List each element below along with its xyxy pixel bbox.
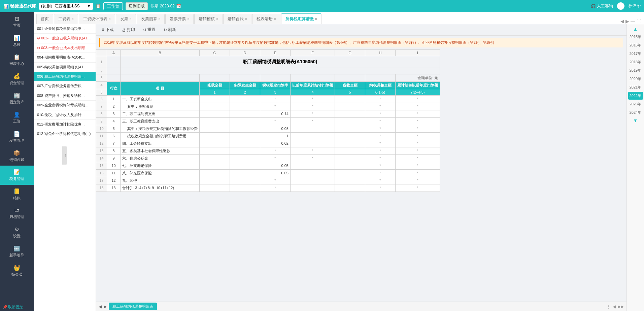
form-list-item-001[interactable]: 001-企业所得税年度纳税申... <box>34 24 96 34</box>
salary-icon: 👤 <box>13 111 20 118</box>
download-button[interactable]: ⬇ 下载 <box>99 26 116 33</box>
header-seq: 行次 <box>107 81 121 95</box>
tab-ledger-close[interactable]: × <box>245 17 247 21</box>
cancel-fixed-button[interactable]: 📌 取消固定 <box>0 303 34 311</box>
tab-home[interactable]: 首页 <box>36 14 53 24</box>
panel-collapse-btn[interactable]: 《 <box>62 146 67 165</box>
window-min-icon[interactable]: — <box>631 19 635 24</box>
guide-icon: 🆕 <box>13 245 20 252</box>
tab-next-icon[interactable]: ▶ <box>625 19 629 24</box>
tab-invoice-open-close[interactable]: × <box>187 17 189 21</box>
tab-tax-close[interactable]: × <box>274 17 276 21</box>
window-max-icon[interactable]: ⛶ <box>637 19 641 24</box>
print-icon: 🖨 <box>122 28 126 32</box>
tab-invoice-calc[interactable]: 发票测算 × <box>137 14 165 24</box>
sidebar-item-funds[interactable]: 💰 资金管理 <box>0 70 34 89</box>
form-list-item-002[interactable]: 002-一般企业收入明细表(A1... <box>34 34 96 43</box>
company-name: (勿删）江西睿宝-LSS <box>41 3 80 9</box>
scroll-left-icon[interactable]: ◀ <box>613 304 616 309</box>
tab-salary-close[interactable]: × <box>72 17 74 21</box>
tab-salary-report-close[interactable]: × <box>109 17 111 21</box>
tab-audit-close[interactable]: × <box>216 17 218 21</box>
tab-invoice-calc-close[interactable]: × <box>159 17 161 21</box>
content-area: 首页 工资表 × 工资统计报表 × 发票 × 发票测算 × 发票开票 × <box>34 12 644 311</box>
sheet-options-icon[interactable]: ⋮ <box>607 304 611 309</box>
form-list-item-006[interactable]: 006-职工薪酬纳税调整明细... <box>34 72 96 81</box>
sidebar-item-reports[interactable]: 📋 报表中心 <box>0 50 34 70</box>
sidebar-item-vip[interactable]: 👑 畅会员 <box>0 261 34 280</box>
year-2024[interactable]: 2024年 <box>628 109 643 116</box>
sidebar-item-tax[interactable]: 📝 税务管理 <box>0 166 34 185</box>
tab-tax-annual[interactable]: 所得税汇算清缴 × <box>281 13 321 24</box>
tab-salary-table[interactable]: 工资表 × <box>54 14 78 24</box>
company-selector[interactable]: (勿删）江西睿宝-LSS ▼ <box>39 3 93 10</box>
sidebar-label-assets: 固定资产 <box>9 100 24 105</box>
sidebar-item-assets[interactable]: 🏢 固定资产 <box>0 89 34 108</box>
scroll-right-icon[interactable]: ▶▶ <box>618 304 624 309</box>
year-2018[interactable]: 2018年 <box>628 58 643 66</box>
form-list-item-008[interactable]: 008-资产折旧、摊销及纳税... <box>34 91 96 101</box>
tab-ledger[interactable]: 进销台账 × <box>223 14 251 24</box>
tab-invoice[interactable]: 发票 × <box>116 14 136 24</box>
form-list-item-003[interactable]: 003-一般企业成本支出明细... <box>34 43 96 53</box>
sidebar-item-archive[interactable]: 🗂 归档管理 <box>0 204 34 223</box>
next-sheet-icon[interactable]: ▶ <box>104 304 107 309</box>
print-button[interactable]: 🖨 打印 <box>120 26 137 33</box>
tab-invoice-open[interactable]: 发票开票 × <box>165 14 194 24</box>
sidebar-item-salary[interactable]: 👤 工资 <box>0 108 34 127</box>
year-2020[interactable]: 2020年 <box>628 75 643 83</box>
tab-invoice-close[interactable]: × <box>130 17 132 21</box>
support-btn[interactable]: 🎧 人工客询 <box>591 3 613 9</box>
sidebar-label-ledger: 总账 <box>13 42 21 47</box>
year-2015[interactable]: 2015年 <box>628 33 643 41</box>
sidebar-item-purchase-sales[interactable]: 📦 进销台账 <box>0 146 34 166</box>
form-list-item-011[interactable]: 011-研发费用加计扣除优惠... <box>34 120 96 129</box>
tab-invoice-label: 发票 <box>120 16 128 22</box>
sheet-tab-active[interactable]: 职工薪酬纳税调整明细表 <box>109 303 157 310</box>
form-list-item-012[interactable]: 012-减免企业所得税优惠明细(...) <box>34 129 96 139</box>
col-B: B <box>121 49 200 56</box>
workbench-button[interactable]: 工作台 <box>103 2 123 10</box>
top-right-area: 🎧 人工客询 徐泽华 <box>591 2 641 10</box>
year-2017[interactable]: 2017年 <box>628 50 643 58</box>
tab-salary-report[interactable]: 工资统计报表 × <box>79 14 115 24</box>
year-scroll-up[interactable]: ▲ <box>633 26 639 32</box>
year-2016[interactable]: 2016年 <box>628 41 643 49</box>
grid-wrapper[interactable]: A B C D E F G H I <box>96 49 626 302</box>
col-header-row-top: 4 行次 项 目 账载全额 实际发生金额 税收规定扣除率 以前年度累计结转扣除额… <box>96 81 440 89</box>
year-2022[interactable]: 2022年 <box>628 92 643 100</box>
reset-button[interactable]: ↺ 重置 <box>141 26 158 33</box>
col-E: E <box>260 49 291 56</box>
prev-sheet-icon[interactable]: ◀ <box>99 304 102 309</box>
refresh-button[interactable]: ↻ 刷新 <box>162 26 178 33</box>
year-2021[interactable]: 2021年 <box>628 83 643 91</box>
sidebar-item-invoice[interactable]: 📄 发票管理 <box>0 127 34 146</box>
sidebar-label-invoice: 发票管理 <box>9 138 24 143</box>
year-2023[interactable]: 2023年 <box>628 100 643 108</box>
sidebar-item-settings[interactable]: ⚙ 设置 <box>0 223 34 242</box>
form-list-item-010[interactable]: 010-免税、减计收入及加计... <box>34 110 96 120</box>
old-version-button[interactable]: 切到旧版 <box>126 2 148 10</box>
tab-prev-icon[interactable]: ◀ <box>620 19 624 24</box>
sidebar-item-close[interactable]: 📒 结账 <box>0 185 34 204</box>
year-2019[interactable]: 2019年 <box>628 67 643 74</box>
sidebar-item-home[interactable]: ⊞ 首页 <box>0 12 34 31</box>
vip-icon: 👑 <box>13 265 20 271</box>
year-scroll-down[interactable]: ▼ <box>633 117 639 124</box>
inner-spreadsheet: ⬇ 下载 🖨 打印 ↺ 重置 ↻ 刷新 <box>96 24 626 311</box>
sheet-title: 职工薪酬纳税调整明细表(A105050) <box>121 56 440 68</box>
sidebar-item-ledger[interactable]: 📊 总账 <box>0 31 34 50</box>
tab-tax-table[interactable]: 税表清册 × <box>252 14 280 24</box>
form-list-item-005[interactable]: 005-纳税调整项目明细表(A1... <box>34 63 96 72</box>
form-list-item-007[interactable]: 007-广告费和业务宣传费账... <box>34 81 96 91</box>
tab-salary-report-label: 工资统计报表 <box>83 16 107 22</box>
header-h: 纳税调整全额 <box>365 81 396 89</box>
form-list-item-009[interactable]: 009-企业所得税弥补亏损明细... <box>34 101 96 110</box>
form-list-item-004[interactable]: 004-期间费用明细表(A1040... <box>34 53 96 62</box>
sidebar-item-guide[interactable]: 🆕 新手引导 <box>0 242 34 261</box>
table-row: 7 2 其中：股权激励 * * * * <box>96 103 440 110</box>
tab-tax-annual-close[interactable]: × <box>315 17 317 21</box>
tab-audit-label: 进销稽核 <box>199 16 215 22</box>
table-row: 16 11 八、补充医疗保险 0.05 * * <box>96 169 440 177</box>
tab-audit[interactable]: 进销稽核 × <box>194 14 223 24</box>
